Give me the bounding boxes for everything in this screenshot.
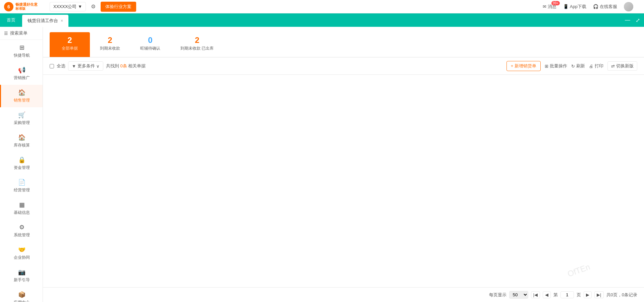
- add-order-btn[interactable]: + 新增销货单: [506, 61, 541, 71]
- page-unit: 页: [577, 292, 581, 298]
- sidebar-item-sys[interactable]: ⚙ 系统管理: [0, 220, 43, 242]
- filter-chevron: ∨: [96, 64, 100, 69]
- operation-icon: 📄: [18, 179, 25, 186]
- sidebar-item-label: 营销推广: [14, 75, 30, 81]
- switch-btn[interactable]: ⇄ 切换新版: [607, 61, 637, 71]
- enterprise-icon: 🤝: [18, 246, 25, 253]
- logo-text: 畅捷通好生意 标准版: [15, 2, 38, 11]
- sidebar-search[interactable]: ☰ 搜索菜单: [0, 27, 43, 40]
- sidebar-item-app-center[interactable]: 📦 应用中心: [0, 287, 43, 302]
- switch-icon: ⇄: [611, 64, 615, 69]
- sidebar-item-inventory[interactable]: 🏠 库存核算: [0, 130, 43, 152]
- toolbar-right: + 新增销货单 ⊞ 批量操作 ↻ 刷新 🖨 打印 ⇄ 切换新版: [506, 61, 637, 71]
- page-label: 第: [553, 292, 558, 298]
- sidebar-item-label: 库存核算: [14, 142, 30, 148]
- settings-icon[interactable]: ⚙: [89, 2, 98, 11]
- service-icon: 🎧: [593, 4, 598, 9]
- unshipped-label: 到期未收款 已出库: [180, 46, 214, 51]
- header-right: ✉ 消息 99+ 📱 App下载 🎧 在线客服: [543, 2, 640, 11]
- search-icon: ☰: [4, 31, 8, 36]
- page-size-select[interactable]: 50 100 200: [509, 291, 528, 299]
- basic-info-icon: ▦: [19, 201, 25, 208]
- last-page-btn[interactable]: ▶|: [594, 291, 603, 298]
- trial-btn[interactable]: 体验行业方案: [101, 2, 136, 12]
- active-tab-label: 钱货日清工作台: [28, 18, 58, 24]
- sidebar-item-quick-nav[interactable]: ⊞ 快捷导航: [0, 40, 43, 62]
- sidebar-item-enterprise[interactable]: 🤝 企业协同: [0, 242, 43, 264]
- stat-tab-all[interactable]: 2 全部单据: [50, 32, 90, 57]
- search-label: 搜索菜单: [10, 30, 28, 36]
- select-all-label: 全选: [57, 63, 65, 69]
- batch-label: 批量操作: [550, 63, 567, 69]
- purchase-icon: 🛒: [18, 111, 25, 119]
- message-icon: ✉: [543, 4, 546, 9]
- message-btn[interactable]: ✉ 消息 99+: [543, 4, 556, 10]
- sidebar-item-label: 资金管理: [14, 165, 30, 171]
- batch-btn[interactable]: ⊞ 批量操作: [545, 63, 567, 69]
- stat-tab-pending[interactable]: 0 旺辅待确认: [130, 32, 170, 57]
- toolbar: 全选 ▼ 更多条件 ∨ 共找到 0条 相关单据 + 新增销货单 ⊞ 批量操作 ↻: [43, 58, 644, 75]
- download-icon: 📱: [563, 4, 569, 9]
- filter-label: 更多条件: [77, 63, 95, 69]
- tab-active[interactable]: 钱货日清工作台 ×: [22, 15, 68, 27]
- marketing-icon: 📢: [18, 66, 25, 74]
- sidebar-item-guide[interactable]: 📷 新手引导: [0, 264, 43, 287]
- sidebar-item-label: 经营管理: [14, 187, 30, 193]
- page-input[interactable]: [560, 291, 574, 298]
- first-page-btn[interactable]: |◀: [531, 291, 540, 298]
- avatar-image: [624, 2, 633, 11]
- sidebar-item-label: 新手引导: [14, 277, 30, 283]
- message-badge: 99+: [551, 1, 560, 5]
- app-center-icon: 📦: [18, 291, 25, 298]
- sidebar-item-operation[interactable]: 📄 经营管理: [0, 175, 43, 197]
- online-service-btn[interactable]: 🎧 在线客服: [593, 4, 617, 10]
- pending-label: 旺辅待确认: [140, 46, 160, 51]
- company-selector[interactable]: XXXXX公司 ▼: [50, 2, 86, 11]
- sidebar-item-sales[interactable]: 🏠 销售管理: [0, 85, 43, 107]
- tab-home[interactable]: 首页: [0, 13, 22, 27]
- tab-minimize-icon[interactable]: —: [624, 16, 632, 24]
- tab-expand-icon[interactable]: ⤢: [634, 16, 641, 25]
- page-size-label: 每页显示: [489, 292, 506, 298]
- overdue-label: 到期未收款: [100, 46, 120, 51]
- sidebar-item-marketing[interactable]: 📢 营销推广: [0, 62, 43, 85]
- tab-close-icon[interactable]: ×: [61, 18, 63, 23]
- tab-bar: 首页 钱货日清工作台 × — ⤢: [0, 13, 644, 27]
- sidebar-item-purchase[interactable]: 🛒 采购管理: [0, 107, 43, 130]
- sidebar-item-label: 销售管理: [14, 98, 30, 103]
- print-icon: 🖨: [589, 64, 593, 69]
- all-orders-count: 2: [60, 36, 80, 45]
- pending-count: 0: [140, 36, 160, 45]
- sidebar-item-basic-info[interactable]: ▦ 基础信息: [0, 197, 43, 220]
- refresh-btn[interactable]: ↻ 刷新: [571, 63, 585, 69]
- sidebar-item-label: 系统管理: [14, 232, 30, 238]
- found-text: 共找到 0条 相关单据: [106, 63, 146, 69]
- print-btn[interactable]: 🖨 打印: [589, 63, 603, 69]
- stat-tab-overdue[interactable]: 2 到期未收款: [90, 32, 130, 57]
- sidebar: ☰ 搜索菜单 ⊞ 快捷导航 📢 营销推广 🏠 销售管理 🛒 采购管理 🏠 库存核…: [0, 27, 43, 302]
- sales-icon: 🏠: [18, 89, 25, 96]
- table-area: [43, 75, 644, 287]
- sidebar-item-finance[interactable]: 🔒 资金管理: [0, 152, 43, 175]
- prev-page-btn[interactable]: ◀: [543, 291, 551, 298]
- sidebar-item-label: 应用中心: [14, 300, 30, 302]
- select-all-checkbox[interactable]: [50, 64, 54, 68]
- sidebar-item-label: 企业协同: [14, 255, 30, 260]
- app-download-btn[interactable]: 📱 App下载: [563, 4, 586, 10]
- sidebar-item-label: 采购管理: [14, 120, 30, 126]
- refresh-icon: ↻: [571, 64, 575, 69]
- next-page-btn[interactable]: ▶: [584, 291, 592, 298]
- unshipped-count: 2: [180, 36, 214, 45]
- logo-area: 6 畅捷通好生意 标准版: [4, 2, 47, 11]
- finance-icon: 🔒: [18, 156, 25, 164]
- batch-icon: ⊞: [545, 64, 548, 69]
- logo-icon: 6: [4, 2, 13, 11]
- top-header: 6 畅捷通好生意 标准版 XXXXX公司 ▼ ⚙ 体验行业方案 ✉ 消息 99+…: [0, 0, 644, 13]
- stat-tab-unshipped[interactable]: 2 到期未收款 已出库: [170, 32, 224, 57]
- all-orders-label: 全部单据: [60, 46, 80, 51]
- pagination: 每页显示 50 100 200 |◀ ◀ 第 页 ▶ ▶| 共0页，0条记录: [43, 287, 644, 302]
- toolbar-left: 全选 ▼ 更多条件 ∨ 共找到 0条 相关单据: [50, 61, 146, 71]
- avatar[interactable]: [624, 2, 633, 11]
- filter-btn[interactable]: ▼ 更多条件 ∨: [68, 61, 103, 71]
- total-text: 共0页，0条记录: [606, 292, 637, 298]
